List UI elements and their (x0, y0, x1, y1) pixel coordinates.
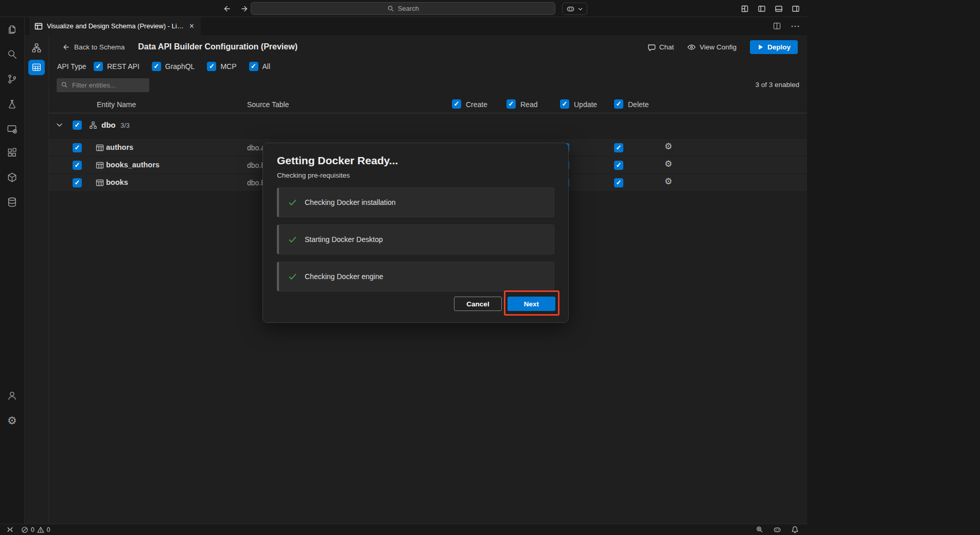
activity-remote-explorer[interactable] (0, 117, 24, 141)
chat-button[interactable]: Chat (647, 43, 674, 51)
entity-filter (57, 78, 149, 92)
filter-entities-input[interactable] (57, 78, 149, 92)
activity-extensions[interactable] (0, 141, 24, 164)
page-title: Data API Builder Configuration (Preview) (138, 42, 297, 51)
next-button[interactable]: Next (507, 297, 555, 311)
remote-window-x-icon (6, 123, 18, 135)
zoom-status-button[interactable] (755, 525, 764, 534)
arrow-left-icon (222, 5, 231, 13)
mcp-label: MCP (220, 62, 236, 71)
activity-settings[interactable]: ⚙ (0, 408, 24, 432)
more-actions-button[interactable]: ⋯ (790, 21, 801, 32)
warning-count: 0 (47, 526, 50, 533)
delete-checkbox[interactable] (614, 161, 623, 170)
page-header: Back to Schema Data API Builder Configur… (49, 37, 807, 57)
toggle-secondary-sidebar-button[interactable] (791, 4, 801, 14)
all-checkbox[interactable] (249, 62, 258, 71)
history-nav (221, 0, 250, 17)
arrow-right-icon (241, 5, 249, 13)
split-editor-button[interactable] (772, 21, 782, 31)
table-icon (96, 144, 104, 152)
view-config-button[interactable]: View Config (687, 43, 737, 51)
cancel-button[interactable]: Cancel (454, 297, 502, 311)
command-center-search[interactable]: Search (251, 2, 555, 15)
activity-containers[interactable] (0, 165, 24, 189)
filter-graphql[interactable]: GraphQL (152, 62, 195, 71)
activity-source-control[interactable] (0, 67, 24, 91)
update-all-checkbox[interactable] (560, 99, 569, 109)
extensions-icon (6, 147, 18, 159)
tab-title: Visualize and Design Schema (Preview) - … (47, 22, 184, 30)
editor-tab-bar: Visualize and Design Schema (Preview) - … (25, 17, 807, 35)
back-to-schema-button[interactable]: Back to Schema (62, 43, 125, 51)
dialog-footer: Cancel Next (454, 297, 555, 311)
cube-icon (6, 171, 18, 183)
dab-config-view-button[interactable] (28, 60, 45, 75)
rest-api-checkbox[interactable] (94, 62, 103, 71)
activity-explorer[interactable] (0, 18, 24, 41)
graphql-checkbox[interactable] (152, 62, 161, 71)
create-all-checkbox[interactable] (452, 99, 461, 109)
chevron-down-icon (56, 121, 63, 129)
tab-close-button[interactable]: × (188, 22, 196, 31)
delete-all-checkbox[interactable] (614, 99, 623, 109)
customize-layout-button[interactable] (740, 4, 750, 14)
col-source-table: Source Table (247, 100, 289, 109)
col-update: Update (574, 100, 597, 109)
toggle-panel-button[interactable] (774, 4, 784, 14)
panel-right-icon (792, 5, 800, 13)
warning-icon (37, 526, 44, 533)
check-icon (288, 236, 297, 244)
entity-filter-row: 3 of 3 enabled (49, 78, 807, 93)
filter-mcp[interactable]: MCP (207, 62, 236, 71)
designer-side-strip (25, 35, 49, 524)
filter-rest-api[interactable]: REST API (94, 62, 139, 71)
copilot-status-button[interactable] (772, 525, 782, 535)
entity-settings-button[interactable]: ⚙ (664, 176, 672, 187)
schema-designer-view-button[interactable] (28, 40, 45, 56)
group-checkbox[interactable] (73, 120, 82, 130)
table-icon (96, 179, 104, 187)
mcp-checkbox[interactable] (207, 62, 216, 71)
notifications-bell-button[interactable] (790, 525, 800, 534)
collapse-group-button[interactable] (56, 121, 63, 129)
status-right (755, 525, 807, 535)
read-all-checkbox[interactable] (506, 99, 516, 109)
row-checkbox[interactable] (73, 143, 82, 152)
bell-icon (791, 526, 799, 533)
table-icon (96, 161, 104, 169)
tab-visualize-schema[interactable]: Visualize and Design Schema (Preview) - … (29, 17, 201, 35)
deploy-button[interactable]: Deploy (750, 40, 798, 54)
status-bar: 0 0 (0, 524, 807, 535)
row-checkbox[interactable] (73, 161, 82, 170)
toggle-sidebar-button[interactable] (757, 4, 767, 14)
check-icon (288, 273, 297, 281)
activity-database[interactable] (0, 190, 24, 214)
entity-settings-button[interactable]: ⚙ (664, 141, 672, 152)
step-docker-engine: Checking Docker engine (277, 262, 554, 291)
delete-checkbox[interactable] (614, 178, 623, 187)
activity-testing[interactable] (0, 92, 24, 116)
delete-checkbox[interactable] (614, 143, 623, 152)
deploy-label: Deploy (767, 43, 791, 51)
filter-all[interactable]: All (249, 62, 271, 71)
editor-actions: ⋯ (772, 17, 801, 35)
problems-indicator[interactable]: 0 0 (21, 526, 50, 533)
copilot-menu-button[interactable] (562, 3, 587, 15)
schema-group-row[interactable]: dbo 3/3 (49, 116, 807, 135)
chat-label: Chat (659, 43, 674, 51)
header-actions: Chat View Config Deploy (647, 40, 798, 54)
back-button[interactable] (221, 4, 232, 14)
api-type-label: API Type (57, 62, 91, 71)
view-config-label: View Config (699, 43, 737, 51)
split-editor-icon (773, 22, 781, 30)
remote-indicator-button[interactable] (5, 525, 15, 534)
zoom-magnifier-icon (756, 526, 763, 533)
forward-button[interactable] (240, 4, 250, 14)
table-config-icon (31, 62, 42, 73)
activity-search[interactable] (0, 42, 24, 66)
graphql-label: GraphQL (165, 62, 195, 71)
row-checkbox[interactable] (73, 178, 82, 187)
activity-accounts[interactable] (0, 384, 24, 407)
entity-settings-button[interactable]: ⚙ (664, 159, 672, 169)
